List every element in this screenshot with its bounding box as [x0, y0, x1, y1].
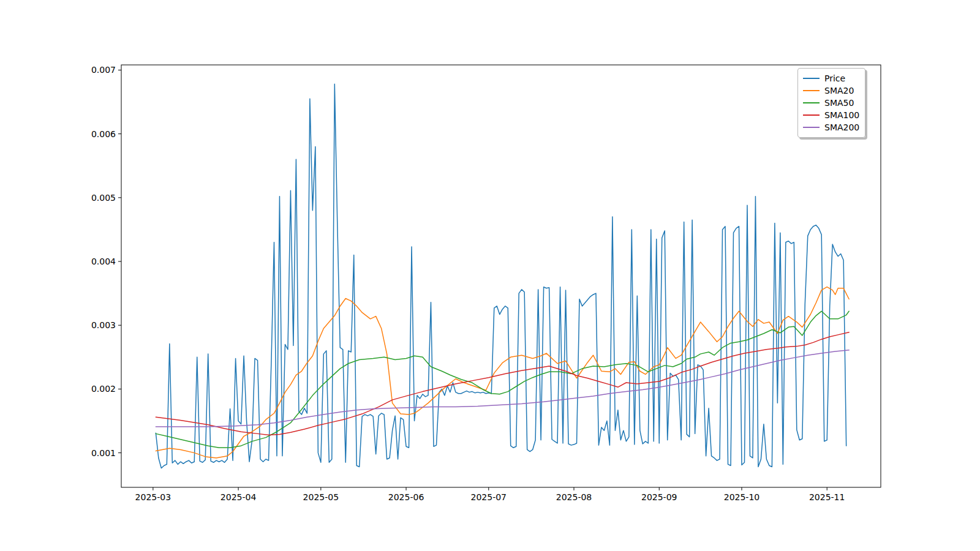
legend-item-price: Price [803, 72, 859, 84]
x-tick-label: 2025-04 [221, 492, 257, 502]
legend-item-sma50: SMA50 [803, 97, 859, 109]
legend-label: SMA100 [824, 109, 859, 121]
legend-label: Price [824, 72, 845, 84]
legend-swatch-price [803, 78, 820, 79]
legend-label: SMA200 [824, 121, 859, 133]
x-tick-label: 2025-09 [641, 492, 677, 502]
x-tick-label: 2025-06 [388, 492, 424, 502]
legend-item-sma200: SMA200 [803, 121, 859, 133]
legend-swatch-sma100 [803, 114, 820, 116]
y-tick-label: 0.007 [91, 65, 116, 75]
series-line-price [156, 84, 846, 468]
figure: 2025-032025-042025-052025-062025-072025-… [0, 0, 980, 551]
y-tick-label: 0.004 [91, 257, 116, 266]
y-tick-label: 0.005 [91, 193, 116, 203]
legend-item-sma100: SMA100 [803, 109, 859, 121]
legend-label: SMA50 [824, 97, 854, 109]
x-tick-label: 2025-11 [809, 492, 845, 502]
legend-swatch-sma20 [803, 90, 820, 91]
y-tick-label: 0.006 [91, 129, 116, 139]
x-tick-label: 2025-08 [556, 492, 592, 502]
y-tick-label: 0.002 [91, 384, 116, 394]
legend-swatch-sma200 [803, 127, 820, 128]
x-tick-label: 2025-10 [724, 492, 760, 502]
x-tick-label: 2025-07 [471, 492, 507, 502]
legend-swatch-sma50 [803, 102, 820, 103]
y-tick-label: 0.003 [91, 320, 116, 330]
legend-item-sma20: SMA20 [803, 84, 859, 97]
x-tick-label: 2025-03 [135, 492, 172, 502]
axes-frame [121, 65, 881, 487]
legend-label: SMA20 [824, 84, 854, 97]
y-tick-label: 0.001 [91, 448, 116, 458]
x-tick-label: 2025-05 [303, 492, 339, 502]
legend: PriceSMA20SMA50SMA100SMA200 [797, 68, 865, 138]
